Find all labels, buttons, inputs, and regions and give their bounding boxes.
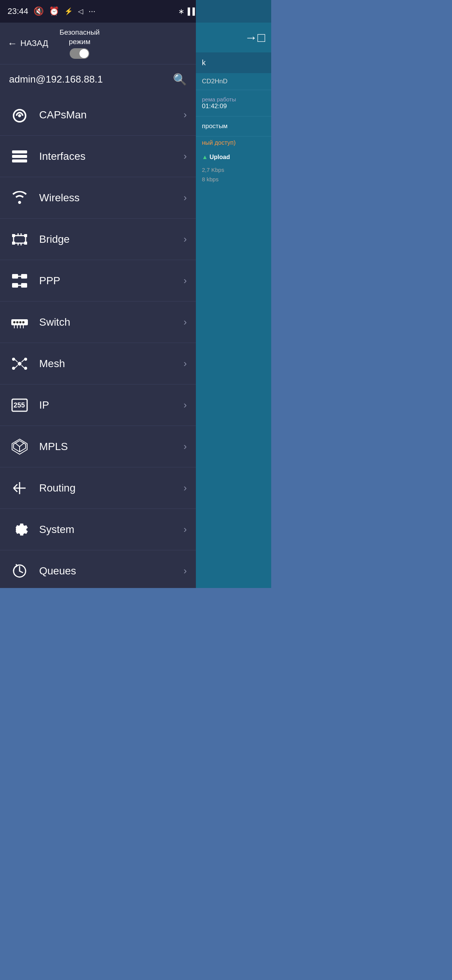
chevron-icon-mpls: › <box>184 441 187 452</box>
safe-mode-container: Безопасныйрежим <box>60 28 100 59</box>
svg-point-22 <box>13 321 16 323</box>
safe-mode-toggle[interactable] <box>70 48 89 59</box>
side-upload-container: ▲ Upload <box>196 149 271 165</box>
ip-icon: 255 <box>9 395 30 416</box>
chevron-icon-capsman: › <box>184 109 187 121</box>
menu-label-mesh: Mesh <box>39 358 184 370</box>
wifi-icon <box>9 104 30 126</box>
svg-rect-15 <box>12 274 18 278</box>
svg-line-37 <box>15 365 18 368</box>
wireless-icon <box>9 187 30 208</box>
menu-item-queues[interactable]: Queues› <box>0 550 196 588</box>
menu-overlay: CAPsMan›Interfaces›Wireless›Bridge›PPP›S… <box>0 94 196 588</box>
side-simple: простым <box>196 116 271 137</box>
svg-point-23 <box>16 321 19 323</box>
send-icon: ◁ <box>78 7 83 16</box>
svg-point-30 <box>18 362 21 366</box>
mesh-icon <box>9 353 30 374</box>
svg-point-33 <box>12 367 15 370</box>
mpls-icon <box>9 436 30 457</box>
svg-rect-1 <box>12 155 27 158</box>
more-icon: ··· <box>89 6 95 16</box>
menu-item-bridge[interactable]: Bridge› <box>0 219 196 260</box>
back-label: НАЗАД <box>21 38 48 48</box>
menu-label-wireless: Wireless <box>39 192 184 204</box>
side-access: ный доступ) <box>196 137 271 149</box>
menu-item-mpls[interactable]: MPLS› <box>0 426 196 468</box>
side-simple-value: простым <box>202 123 265 130</box>
svg-rect-0 <box>12 150 27 153</box>
queues-icon <box>9 560 30 582</box>
interfaces-icon <box>9 146 30 167</box>
safe-mode-label: Безопасныйрежим <box>60 28 100 46</box>
side-network-name: k <box>196 52 271 73</box>
back-button[interactable]: ← НАЗАД <box>8 38 48 49</box>
side-upload-value: 2,7 Kbps <box>196 165 271 175</box>
menu-item-ip[interactable]: 255IP› <box>0 385 196 426</box>
side-panel: →□ k CD2HnD рема работы 01:42:09 простым… <box>196 0 271 588</box>
menu-label-routing: Routing <box>39 482 184 494</box>
svg-line-41 <box>15 443 20 447</box>
menu-item-system[interactable]: System› <box>0 509 196 550</box>
svg-point-34 <box>24 367 27 370</box>
menu-label-switch: Switch <box>39 316 184 328</box>
svg-text:255: 255 <box>14 401 25 409</box>
mute-icon: 🔇 <box>33 6 44 16</box>
chevron-icon-switch: › <box>184 316 187 328</box>
side-panel-exit-area: →□ <box>196 22 271 52</box>
svg-point-31 <box>12 358 15 361</box>
menu-label-bridge: Bridge <box>39 233 184 245</box>
alarm-icon: ⏰ <box>49 6 59 16</box>
address-bar: admin@192.168.88.1 🔍 <box>0 64 196 94</box>
menu-label-capsman: CAPsMan <box>39 109 184 121</box>
upload-arrow-icon: ▲ <box>202 154 209 160</box>
side-kbps-value: 8 kbps <box>196 175 271 184</box>
svg-rect-16 <box>21 274 27 278</box>
system-icon <box>9 519 30 540</box>
menu-label-ip: IP <box>39 399 184 411</box>
chevron-icon-wireless: › <box>184 192 187 204</box>
side-uptime-label: рема работы <box>202 96 265 102</box>
upload-label: Upload <box>209 154 230 160</box>
ppp-icon <box>9 270 30 291</box>
time: 23:44 <box>8 6 28 16</box>
menu-item-switch[interactable]: Switch› <box>0 302 196 343</box>
menu-item-capsman[interactable]: CAPsMan› <box>0 94 196 136</box>
chevron-icon-system: › <box>184 523 187 535</box>
back-arrow-icon: ← <box>8 38 17 49</box>
svg-rect-5 <box>12 242 15 245</box>
switch-icon <box>9 312 30 333</box>
chevron-icon-ppp: › <box>184 275 187 286</box>
svg-rect-17 <box>12 283 18 288</box>
header: ← НАЗАД Безопасныйрежим <box>0 22 196 64</box>
svg-rect-2 <box>12 159 27 162</box>
svg-point-32 <box>24 358 27 361</box>
chevron-icon-routing: › <box>184 482 187 494</box>
bridge-icon <box>9 229 30 250</box>
side-panel-header <box>196 0 271 22</box>
side-uptime-value: 01:42:09 <box>202 102 265 110</box>
svg-rect-4 <box>24 234 27 237</box>
svg-rect-6 <box>24 242 27 245</box>
side-device-id: CD2HnD <box>196 73 271 90</box>
svg-line-36 <box>21 360 24 362</box>
menu-item-interfaces[interactable]: Interfaces› <box>0 136 196 177</box>
bluetooth-icon: ∗ <box>178 7 185 16</box>
menu-item-routing[interactable]: Routing› <box>0 468 196 509</box>
chevron-icon-queues: › <box>184 565 187 577</box>
status-left: 23:44 🔇 ⏰ ⚡ ◁ ··· <box>8 6 95 16</box>
search-icon[interactable]: 🔍 <box>173 73 187 86</box>
menu-item-ppp[interactable]: PPP› <box>0 260 196 302</box>
svg-line-38 <box>21 365 24 368</box>
menu-label-queues: Queues <box>39 565 184 577</box>
menu-item-wireless[interactable]: Wireless› <box>0 177 196 219</box>
bolt-icon: ⚡ <box>64 7 73 16</box>
menu-label-mpls: MPLS <box>39 441 184 453</box>
exit-icon[interactable]: →□ <box>244 30 265 45</box>
menu-item-mesh[interactable]: Mesh› <box>0 343 196 385</box>
chevron-icon-mesh: › <box>184 358 187 369</box>
chevron-icon-ip: › <box>184 399 187 411</box>
svg-point-24 <box>19 321 21 323</box>
chevron-icon-interfaces: › <box>184 150 187 162</box>
chevron-icon-bridge: › <box>184 233 187 245</box>
